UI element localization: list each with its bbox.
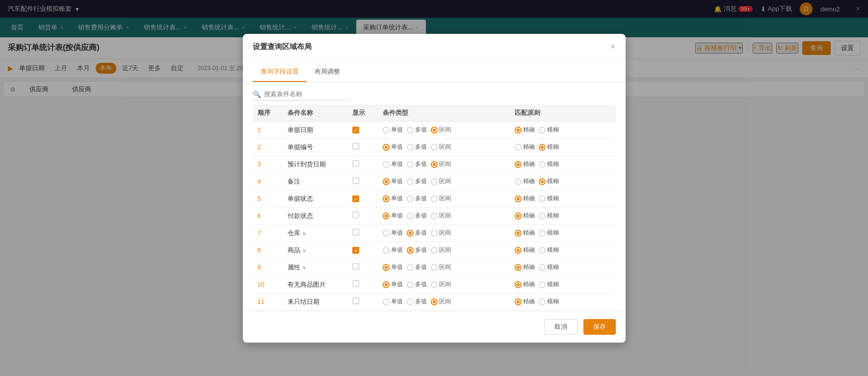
radio-match-精确[interactable]: 精确 xyxy=(515,280,535,289)
order-num: 4 xyxy=(258,178,261,185)
radio-type-区间[interactable]: 区间 xyxy=(431,194,451,203)
order-num: 1 xyxy=(258,126,261,134)
radio-type-区间[interactable]: 区间 xyxy=(431,229,451,237)
radio-match-模糊[interactable]: 模糊 xyxy=(539,126,559,134)
radio-type-多值[interactable]: 多值 xyxy=(407,229,427,237)
display-checkbox[interactable] xyxy=(352,280,359,287)
row-condition-name: 预计到货日期 xyxy=(283,156,347,173)
radio-type-单值[interactable]: 单值 xyxy=(383,229,403,237)
condition-name-label: 单据日期 xyxy=(288,126,313,134)
display-checkbox[interactable]: ✓ xyxy=(352,247,359,254)
search-icon: 🔍 xyxy=(253,90,261,98)
radio-type-单值[interactable]: 单值 xyxy=(383,280,403,289)
radio-match-模糊[interactable]: 模糊 xyxy=(539,194,559,203)
radio-type-多值[interactable]: 多值 xyxy=(407,263,427,271)
radio-type-多值[interactable]: 多值 xyxy=(407,280,427,289)
search-input[interactable] xyxy=(264,90,342,98)
save-btn[interactable]: 保存 xyxy=(583,319,616,335)
dropdown-arrow-icon[interactable]: ∨ xyxy=(302,265,306,270)
radio-match-模糊[interactable]: 模糊 xyxy=(539,212,559,220)
radio-type-区间[interactable]: 区间 xyxy=(431,177,451,186)
radio-type-多值[interactable]: 多值 xyxy=(407,246,427,254)
radio-type-区间[interactable]: 区间 xyxy=(431,297,451,306)
radio-match-精确[interactable]: 精确 xyxy=(515,177,535,186)
dropdown-arrow-icon[interactable]: ∨ xyxy=(302,247,306,253)
radio-type-区间[interactable]: 区间 xyxy=(431,212,451,220)
radio-type-区间[interactable]: 区间 xyxy=(431,143,451,151)
cancel-btn[interactable]: 取消 xyxy=(544,319,578,335)
radio-type-多值[interactable]: 多值 xyxy=(407,143,427,151)
row-type: 单值多值区间 xyxy=(378,207,510,224)
radio-match-精确[interactable]: 精确 xyxy=(515,229,535,237)
display-checkbox[interactable] xyxy=(352,160,359,167)
radio-match-模糊[interactable]: 模糊 xyxy=(539,246,559,254)
radio-match-精确[interactable]: 精确 xyxy=(515,194,535,203)
radio-match-精确[interactable]: 精确 xyxy=(515,212,535,220)
condition-name-label: 仓库 xyxy=(288,229,300,237)
radio-type-多值[interactable]: 多值 xyxy=(407,212,427,220)
modal-close-btn[interactable]: × xyxy=(610,42,616,52)
row-display: ✓ xyxy=(347,242,378,259)
radio-type-单值[interactable]: 单值 xyxy=(383,212,403,220)
radio-type-区间[interactable]: 区间 xyxy=(431,280,451,289)
radio-type-单值[interactable]: 单值 xyxy=(383,143,403,151)
radio-type-单值[interactable]: 单值 xyxy=(383,297,403,306)
display-checkbox[interactable] xyxy=(352,212,359,218)
radio-match-模糊[interactable]: 模糊 xyxy=(539,229,559,237)
radio-match-模糊[interactable]: 模糊 xyxy=(539,297,559,306)
row-display xyxy=(347,138,378,156)
display-checkbox[interactable] xyxy=(352,229,359,236)
radio-type-多值[interactable]: 多值 xyxy=(407,297,427,306)
radio-match-模糊[interactable]: 模糊 xyxy=(539,280,559,289)
radio-type-多值[interactable]: 多值 xyxy=(407,194,427,203)
radio-type-单值[interactable]: 单值 xyxy=(383,194,403,203)
row-order: 8 xyxy=(253,242,283,259)
modal-header: 设置查询区域布局 × xyxy=(243,34,626,58)
condition-name-label: 有无商品图片 xyxy=(288,281,326,288)
row-order: 2 xyxy=(253,138,283,156)
radio-type-单值[interactable]: 单值 xyxy=(383,126,403,134)
modal-tab-layout[interactable]: 布局调整 xyxy=(307,64,348,82)
row-condition-name: 备注 xyxy=(283,173,347,190)
radio-type-区间[interactable]: 区间 xyxy=(431,263,451,271)
order-num: 10 xyxy=(258,281,264,288)
display-checkbox[interactable]: ✓ xyxy=(352,195,359,202)
display-checkbox[interactable] xyxy=(352,143,359,150)
radio-match-精确[interactable]: 精确 xyxy=(515,126,535,134)
modal-overlay: 设置查询区域布局 × 查询字段设置 布局调整 🔍 顺序 条件名称 显示 xyxy=(0,0,868,374)
radio-match-模糊[interactable]: 模糊 xyxy=(539,177,559,186)
radio-match-精确[interactable]: 精确 xyxy=(515,297,535,306)
radio-type-多值[interactable]: 多值 xyxy=(407,126,427,134)
radio-match-精确[interactable]: 精确 xyxy=(515,263,535,271)
radio-match-精确[interactable]: 精确 xyxy=(515,160,535,168)
radio-match-模糊[interactable]: 模糊 xyxy=(539,263,559,271)
radio-type-单值[interactable]: 单值 xyxy=(383,160,403,168)
radio-type-区间[interactable]: 区间 xyxy=(431,246,451,254)
radio-match-精确[interactable]: 精确 xyxy=(515,143,535,151)
radio-type-区间[interactable]: 区间 xyxy=(431,160,451,168)
radio-type-单值[interactable]: 单值 xyxy=(383,177,403,186)
radio-type-多值[interactable]: 多值 xyxy=(407,160,427,168)
radio-type-单值[interactable]: 单值 xyxy=(383,263,403,271)
display-checkbox[interactable]: ✓ xyxy=(352,127,359,134)
radio-match-模糊[interactable]: 模糊 xyxy=(539,143,559,151)
modal-tab-fields[interactable]: 查询字段设置 xyxy=(253,64,307,82)
display-checkbox[interactable] xyxy=(352,263,359,270)
table-row: 9属性 ∨单值多值区间精确模糊 xyxy=(253,259,616,276)
col-name: 条件名称 xyxy=(283,105,347,122)
modal-table: 顺序 条件名称 显示 条件类型 匹配原则 1单据日期✓单值多值区间精确模糊2单据… xyxy=(253,105,616,311)
condition-name-label: 属性 xyxy=(288,264,300,271)
dropdown-arrow-icon[interactable]: ∨ xyxy=(302,230,306,236)
display-checkbox[interactable] xyxy=(352,297,359,304)
radio-type-区间[interactable]: 区间 xyxy=(431,126,451,134)
condition-name-label: 单据状态 xyxy=(288,195,313,202)
row-display: ✓ xyxy=(347,190,378,207)
row-condition-name: 单据日期 xyxy=(283,121,347,138)
radio-match-模糊[interactable]: 模糊 xyxy=(539,160,559,168)
radio-type-单值[interactable]: 单值 xyxy=(383,246,403,254)
radio-type-多值[interactable]: 多值 xyxy=(407,177,427,186)
radio-match-精确[interactable]: 精确 xyxy=(515,246,535,254)
order-num: 5 xyxy=(258,195,261,202)
condition-name-label: 商品 xyxy=(288,246,300,254)
display-checkbox[interactable] xyxy=(352,177,359,184)
